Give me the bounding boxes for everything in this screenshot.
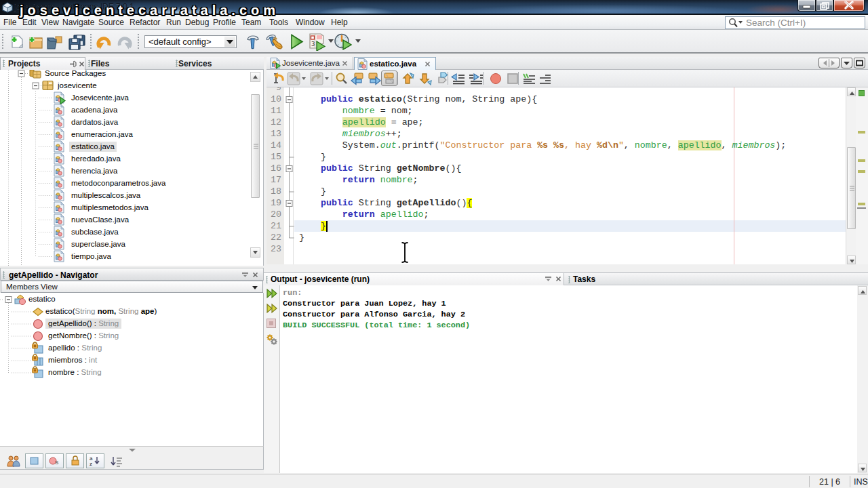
- svg-text:z: z: [90, 461, 92, 467]
- svg-text:3: 3: [311, 41, 315, 47]
- svg-text:S: S: [55, 460, 58, 466]
